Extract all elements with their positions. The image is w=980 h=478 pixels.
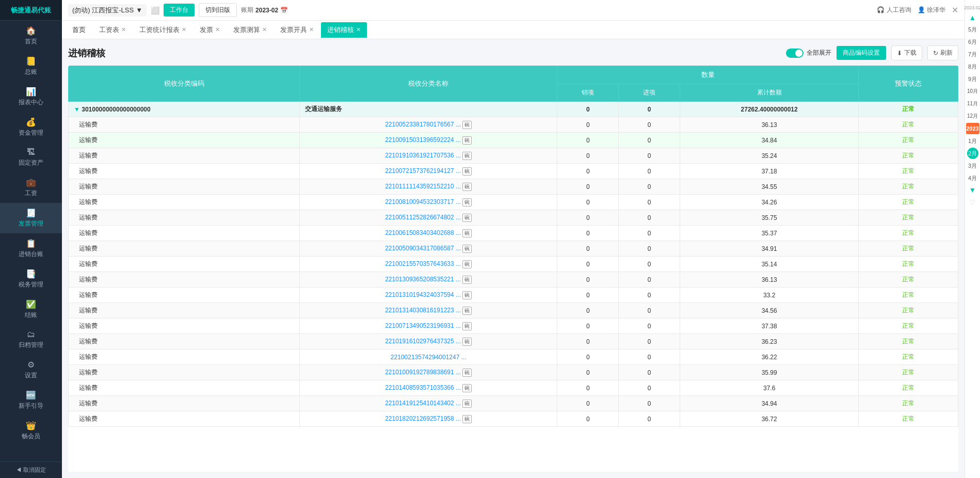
sidebar-item-purchase-sale[interactable]: 📋 进销台账 [0, 233, 62, 264]
invoice-code[interactable]: 22101916102976437325 ... 碗 [300, 334, 557, 349]
month-8[interactable]: 8月 [966, 61, 979, 72]
arrow-up-icon[interactable]: ▲ [968, 12, 977, 23]
month-7[interactable]: 7月 [966, 49, 979, 60]
invoice-code[interactable]: 22100713490523196931 ... 碗 [300, 318, 557, 334]
calendar-icon[interactable]: 📅 [280, 7, 288, 14]
sidebar-item-settle[interactable]: ✅ 结账 [0, 294, 62, 325]
month-5[interactable]: 5月 [966, 24, 979, 35]
invoice-code[interactable]: 22101310194324037594 ... 碗 [300, 288, 557, 303]
sidebar-item-fund[interactable]: 💰 资金管理 [0, 112, 62, 142]
switch-version-button[interactable]: 切到旧版 [199, 3, 237, 17]
th-purchase: 进项 [619, 84, 680, 102]
data-table-container: 税收分类编码 税收分类名称 数量 预警状态 销项 进项 累计数额 ▼ 3010 [68, 66, 958, 472]
item-sales: 0 [557, 195, 619, 210]
item-purchase: 0 [619, 148, 680, 164]
topbar-right: 🎧 人工咨询 👤 徐泽华 ✕ [877, 5, 958, 15]
expand-toggle[interactable] [786, 49, 804, 58]
tab-close-reconcile[interactable]: ✕ [356, 26, 361, 33]
table-row: 运输费 22100511252826674802 ... 碗 0 0 35.75… [69, 210, 958, 226]
month-6[interactable]: 6月 [966, 36, 979, 47]
sidebar-item-report[interactable]: 📊 报表中心 [0, 82, 62, 112]
invoice-code[interactable]: 22101111143592152210 ... 碗 [300, 179, 557, 195]
invoice-code[interactable]: 22100523381780176567 ... 碗 [300, 117, 557, 133]
arrow-down-icon[interactable]: ▼ [968, 185, 977, 195]
month-1[interactable]: 1月 [966, 135, 979, 147]
refresh-button[interactable]: ↻ 刷新 [927, 45, 958, 60]
wan-tag: 碗 [462, 229, 472, 237]
invoice-code[interactable]: 22101309365208535221 ... 碗 [300, 272, 557, 288]
item-sales: 0 [557, 257, 619, 272]
company-selector[interactable]: (勿动) 江西报宝-LSS ▼ [68, 4, 147, 17]
invoice-code[interactable]: 22100615083403402688 ... 碗 [300, 226, 557, 241]
invoice-code[interactable]: 22100511252826674802 ... 碗 [300, 210, 557, 226]
invoice-code[interactable]: 22100721573762194127 ... 碗 [300, 164, 557, 179]
user-info[interactable]: 👤 徐泽华 [918, 6, 945, 14]
invoice-code[interactable]: 22100810094532303717 ... 碗 [300, 195, 557, 210]
sidebar-item-home[interactable]: 🏠 首页 [0, 21, 62, 51]
sidebar-item-ledger[interactable]: 📒 总账 [0, 51, 62, 82]
invoice-code[interactable]: 22101009192789838691 ... 碗 [300, 365, 557, 380]
item-status: 正常 [859, 195, 958, 210]
copy-icon[interactable]: ⬜ [151, 6, 159, 14]
item-status: 正常 [859, 210, 958, 226]
heart-icon[interactable]: ♡ [969, 198, 976, 206]
table-row: 运输费 22100915031396592224 ... 碗 0 0 34.84… [69, 133, 958, 148]
sidebar-item-salary[interactable]: 💼 工资 [0, 172, 62, 203]
item-name: 运输费 [69, 117, 300, 133]
invoice-code[interactable]: 22101314030816191223 ... 碗 [300, 303, 557, 318]
collapse-icon[interactable]: ▼ [74, 106, 80, 113]
invoice-code[interactable]: 22100509034317086587 ... 碗 [300, 241, 557, 257]
tab-salary[interactable]: 工资表 ✕ [93, 22, 132, 38]
asset-icon: 🏗 [27, 148, 35, 157]
tab-close-invoice[interactable]: ✕ [215, 26, 220, 33]
close-icon[interactable]: ✕ [952, 5, 958, 15]
invoice-code[interactable]: 22100215570357643633 ... 碗 [300, 257, 557, 272]
month-10[interactable]: 10月 [966, 86, 979, 97]
tab-invoice-calc[interactable]: 发票测算 ✕ [227, 22, 273, 38]
service-label[interactable]: 🎧 人工咨询 [877, 6, 911, 14]
page-title: 进销稽核 [68, 47, 105, 59]
sidebar-item-member[interactable]: 👑 畅会员 [0, 416, 62, 446]
table-row: 运输费 22100509034317086587 ... 碗 0 0 34.91… [69, 241, 958, 257]
item-purchase: 0 [619, 396, 680, 411]
month-4[interactable]: 4月 [966, 172, 979, 184]
tab-reconcile[interactable]: 进销稽核 ✕ [321, 22, 367, 38]
invoice-code[interactable]: 22101408593571035366 ... 碗 [300, 380, 557, 396]
month-11[interactable]: 11月 [966, 98, 979, 109]
month-3[interactable]: 3月 [966, 160, 979, 171]
table-row: 运输费 22100523381780176567 ... 碗 0 0 36.13… [69, 117, 958, 133]
invoice-code[interactable]: 22100915031396592224 ... 碗 [300, 133, 557, 148]
sidebar-item-setting[interactable]: ⚙ 设置 [0, 355, 62, 385]
workbench-button[interactable]: 工作台 [164, 4, 195, 17]
table-row: 运输费 22101310194324037594 ... 碗 0 0 33.2 … [69, 288, 958, 303]
table-row: 运输费 22100213574294001247 ... 0 0 36.22 正… [69, 349, 958, 365]
unpin-button[interactable]: ◀ 取消固定 [0, 461, 62, 478]
tab-salary-stat[interactable]: 工资统计报表 ✕ [133, 22, 192, 38]
tab-invoice-open[interactable]: 发票开具 ✕ [274, 22, 320, 38]
sidebar-item-archive[interactable]: 🗂 归档管理 [0, 325, 62, 355]
table-row: 运输费 22101408593571035366 ... 碗 0 0 37.6 … [69, 380, 958, 396]
invoice-code[interactable]: 22100213574294001247 ... [300, 349, 557, 365]
sidebar-item-tax[interactable]: 📑 税务管理 [0, 264, 62, 294]
item-cumulative: 35.99 [680, 365, 859, 380]
group-name: 交通运输服务 [300, 102, 557, 117]
tab-close-salary[interactable]: ✕ [121, 26, 126, 33]
table-row: 运输费 22101820212692571958 ... 碗 0 0 36.72… [69, 411, 958, 427]
sidebar-item-guide[interactable]: 🆕 新手引导 [0, 385, 62, 416]
tab-close-salary-stat[interactable]: ✕ [182, 26, 186, 33]
invoice-code[interactable]: 22101419125410143402 ... 碗 [300, 396, 557, 411]
sidebar-item-asset[interactable]: 🏗 固定资产 [0, 142, 62, 172]
product-code-setting-button[interactable]: 商品编码设置 [837, 46, 886, 60]
tab-close-invoice-calc[interactable]: ✕ [262, 26, 267, 33]
invoice-code[interactable]: 22101910361921707536 ... 碗 [300, 148, 557, 164]
month-9[interactable]: 9月 [966, 73, 979, 85]
month-2-active[interactable]: 2月 [967, 148, 978, 159]
month-12[interactable]: 12月 [966, 110, 979, 122]
tab-close-invoice-open[interactable]: ✕ [309, 26, 314, 33]
tab-home[interactable]: 首页 [66, 22, 92, 38]
sidebar-item-invoice-mgmt[interactable]: 🧾 发票管理 [0, 203, 62, 233]
table-row: 运输费 22100810094532303717 ... 碗 0 0 34.26… [69, 195, 958, 210]
download-button[interactable]: ⬇ 下载 [891, 45, 922, 60]
tab-invoice[interactable]: 发票 ✕ [194, 22, 226, 38]
invoice-code[interactable]: 22101820212692571958 ... 碗 [300, 411, 557, 427]
